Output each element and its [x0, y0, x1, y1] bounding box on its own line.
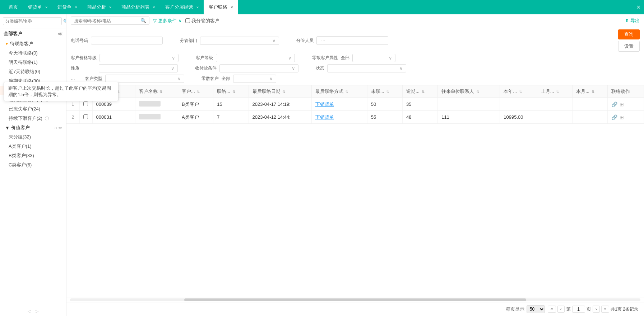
page-last-button[interactable]: »: [601, 306, 610, 313]
customer-grade-select[interactable]: ∨: [216, 54, 295, 62]
tab-purchase-close[interactable]: ×: [75, 5, 77, 9]
tab-goods-analysis-close[interactable]: ×: [109, 5, 111, 9]
status-select[interactable]: ∨: [327, 64, 406, 72]
price-grade-select[interactable]: ∨: [99, 54, 179, 62]
sort-current-year-icon[interactable]: ⇅: [519, 90, 522, 94]
sidebar-group-pending-contact[interactable]: ▼ 待联络客户: [0, 39, 66, 48]
filter-icon: ▽: [153, 18, 157, 23]
sort-last-month-icon[interactable]: ⇅: [556, 90, 559, 94]
top-nav: 首页 销货单 × 进货单 × 商品分析 × 商品分析列表 × 客户分层经营 × …: [0, 0, 644, 14]
sidebar-item-class-b[interactable]: B类客户(33): [0, 151, 66, 160]
page-prev-button[interactable]: ‹: [557, 306, 565, 313]
tab-customer-segment-close[interactable]: ×: [196, 5, 199, 9]
row-2-checkbox[interactable]: [83, 114, 88, 119]
more-conditions-btn[interactable]: ▽ 更多条件 ∧: [153, 18, 182, 24]
sort-last-method-icon[interactable]: ⇅: [345, 90, 348, 94]
sort-last-date-icon[interactable]: ⇅: [282, 90, 285, 94]
phone-input[interactable]: [91, 37, 163, 44]
sidebar-item-class-c-label: C类客户(6): [9, 162, 32, 168]
sidebar-item-ungroup[interactable]: 未分组(32): [0, 132, 66, 142]
tab-goods-analysis-list[interactable]: 商品分析列表 ×: [116, 0, 160, 14]
close-all-button[interactable]: ×: [636, 4, 640, 10]
payment-select[interactable]: ∨: [219, 64, 298, 72]
row-1-checkbox[interactable]: [83, 102, 88, 106]
sort-current-month-icon[interactable]: ⇅: [592, 90, 594, 94]
search-input[interactable]: [74, 18, 139, 23]
tab-customer-contact[interactable]: 客户联络 ×: [204, 0, 238, 14]
status-label: 状态: [316, 65, 324, 71]
tab-customer-segment[interactable]: 客户分层经营 ×: [160, 0, 204, 14]
row-last-method-1[interactable]: 下销货单: [311, 98, 367, 111]
page-first-button[interactable]: «: [548, 306, 556, 313]
sort-contact-count-icon[interactable]: ⇅: [232, 90, 235, 94]
row1-link-icon[interactable]: 🔗: [611, 102, 617, 107]
add-group-icon[interactable]: ○: [54, 125, 57, 131]
person-select-dots[interactable]: ···: [321, 38, 325, 43]
sort-uncontacted-icon[interactable]: ⇅: [386, 90, 389, 94]
content-area: 🔍 ▽ 更多条件 ∧ 我分管的客户 ⬆ 导出 电话号码: [66, 14, 644, 316]
sidebar-item-class-a[interactable]: A类客户(1): [0, 142, 66, 151]
row4-dots[interactable]: ···: [71, 76, 75, 82]
sidebar-scroll-left-icon[interactable]: ◁: [28, 308, 31, 314]
tab-home[interactable]: 首页: [4, 0, 23, 14]
retail-attr-label: 零散客户属性: [312, 55, 338, 61]
per-page-label: 每页显示: [506, 306, 524, 312]
sidebar-search-icon[interactable]: 🔍: [63, 19, 66, 24]
row-checkbox-2[interactable]: [79, 111, 92, 124]
my-customer-checkbox[interactable]: [185, 18, 190, 23]
page-number-input[interactable]: [572, 306, 585, 313]
tab-purchase[interactable]: 进货单 ×: [52, 0, 82, 14]
search-submit-icon[interactable]: 🔍: [140, 18, 146, 23]
sidebar-item-tomorrow-pending[interactable]: 明天待联络(1): [0, 58, 66, 67]
sort-type-icon[interactable]: ⇅: [197, 90, 200, 94]
row-last-month-2: [537, 111, 572, 124]
settings-button[interactable]: 设置: [618, 41, 640, 52]
sidebar-item-declining-label: 持续下滑客户(2): [9, 115, 42, 121]
tab-sales[interactable]: 销货单 ×: [23, 0, 52, 14]
horizontal-scrollbar[interactable]: [66, 297, 644, 302]
row2-link-icon[interactable]: 🔗: [611, 114, 617, 120]
row1-grid-icon[interactable]: ⊞: [620, 102, 624, 107]
sort-name-icon[interactable]: ⇅: [159, 90, 162, 94]
my-customer-filter[interactable]: 我分管的客户: [185, 18, 219, 24]
tab-goods-analysis-list-label: 商品分析列表: [121, 4, 149, 10]
export-button[interactable]: ⬆ 导出: [625, 18, 640, 24]
sort-contact-person-icon[interactable]: ⇅: [476, 90, 479, 94]
th-last-month-label: 上月...: [541, 89, 554, 94]
sidebar-item-today-pending[interactable]: 今天待联络(0): [0, 48, 66, 58]
row-last-method-2[interactable]: 下销货单: [311, 111, 367, 124]
tab-goods-analysis[interactable]: 商品分析 ×: [82, 0, 116, 14]
sidebar-all-customers-header[interactable]: 全部客户 ≪: [0, 28, 66, 39]
tab-customer-contact-close[interactable]: ×: [231, 5, 233, 9]
nature-select[interactable]: ∨: [99, 64, 178, 72]
retail-attr-select[interactable]: ∨: [352, 54, 395, 62]
row-last-date-2: 2023-04-12 14:44:: [249, 111, 311, 124]
tab-sales-close[interactable]: ×: [45, 5, 47, 9]
scroll-thumb[interactable]: [184, 298, 527, 301]
sort-overdue-icon[interactable]: ⇅: [422, 90, 425, 94]
query-button[interactable]: 查询: [618, 29, 640, 39]
sidebar-collapse-icon[interactable]: ≪: [57, 31, 62, 37]
retail-customer-label: 零散客户: [201, 76, 219, 82]
sidebar-item-7days-pending[interactable]: 近7天待联络(0): [0, 67, 66, 76]
edit-group-icon[interactable]: ✏: [59, 125, 62, 131]
sidebar-item-declining[interactable]: 持续下滑客户(2) ⓘ: [0, 114, 66, 123]
person-select[interactable]: ···: [316, 36, 388, 45]
scroll-track: [70, 298, 640, 301]
declining-help-icon[interactable]: ⓘ: [45, 116, 49, 121]
retail-customer-select[interactable]: ∨: [233, 75, 276, 83]
page-next-button[interactable]: ›: [593, 306, 600, 313]
sidebar-item-class-c[interactable]: C类客户(6): [0, 160, 66, 170]
status-arrow: ∨: [399, 66, 403, 71]
sidebar-scroll-right-icon[interactable]: ▷: [35, 308, 38, 314]
tab-goods-analysis-list-close[interactable]: ×: [153, 5, 155, 9]
row-overdue-1: 35: [403, 98, 438, 111]
sidebar-value-group-header[interactable]: ▼ 价值客户 ○ ✏: [0, 123, 66, 132]
th-current-year: 本年... ⇅: [500, 85, 537, 98]
sidebar-search-input[interactable]: [3, 17, 62, 25]
per-page-select[interactable]: 20 50 100 200: [527, 305, 545, 313]
sidebar-item-churned[interactable]: 已流失客户(24): [0, 104, 66, 114]
th-contact-count: 联络... ⇅: [213, 85, 249, 98]
row2-grid-icon[interactable]: ⊞: [620, 114, 624, 120]
dept-select[interactable]: ∨: [200, 37, 279, 45]
